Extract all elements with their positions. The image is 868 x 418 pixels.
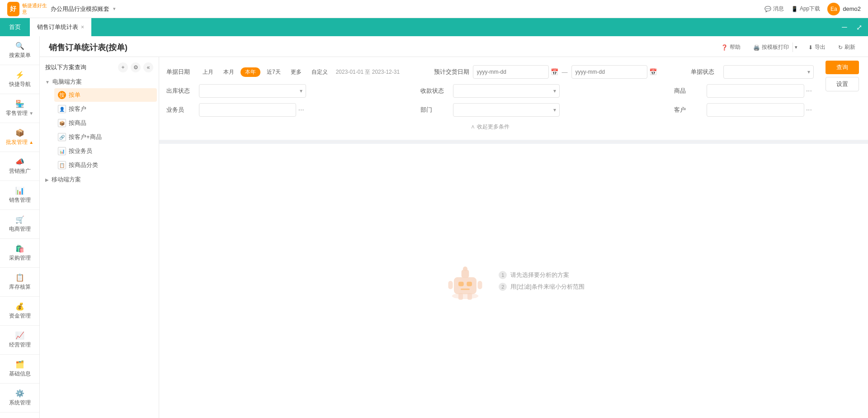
date-calendar-icon-1[interactable]: 📅 [551, 68, 558, 76]
purchase-icon: 🛍️ [2, 244, 38, 253]
status-select[interactable] [723, 65, 814, 79]
goods-input[interactable] [707, 84, 804, 98]
scheme-item-icon-goods-cat: 📋 [58, 161, 66, 169]
print-button[interactable]: 🖨️ 按模板打印 [750, 42, 793, 53]
salesperson-input[interactable] [199, 103, 296, 117]
tab-close-icon[interactable]: × [81, 24, 84, 30]
app-download-button[interactable]: 📱 App下载 [791, 5, 820, 13]
expected-date-start-input[interactable] [473, 65, 549, 79]
tab-minimize-btn[interactable]: ─ [839, 22, 850, 33]
sidebar-item-inventory[interactable]: 📋 库存核算 [0, 268, 39, 297]
sidebar-item-basic[interactable]: 🗂️ 基础信息 [0, 355, 39, 384]
dept-label: 部门 [420, 106, 449, 114]
delivery-select[interactable] [199, 84, 306, 98]
scheme-item-by-customer[interactable]: 👤 按客户 [54, 102, 157, 116]
date-range-display: 2023-01-01 至 2023-12-31 [336, 68, 400, 76]
scheme-item-by-order[interactable]: 按 按单 [54, 88, 157, 102]
refresh-icon: ↻ [838, 44, 843, 51]
app-download-label: App下载 [800, 5, 820, 13]
user-area[interactable]: Ea demo2 [827, 3, 861, 15]
expected-date-start-wrap: 📅 [473, 65, 558, 79]
sidebar: 🔍 搜索菜单 ⚡ 快捷导航 🏪 零售管理 ▼ 📦 批发管理 ▲ 📣 营销推广 📊… [0, 36, 40, 418]
message-button[interactable]: 💬 消息 [764, 5, 784, 13]
sidebar-item-purchase[interactable]: 🛍️ 采购管理 [0, 239, 39, 268]
svg-rect-3 [467, 282, 472, 286]
sidebar-item-ecommerce[interactable]: 🛒 电商管理 [0, 210, 39, 239]
print-button-group: 🖨️ 按模板打印 ▾ [750, 42, 799, 53]
tip-num-1: 1 [499, 271, 507, 279]
salesperson-input-wrap: ··· [199, 103, 306, 117]
avatar: Ea [827, 3, 840, 15]
title-dropdown-icon[interactable]: ▾ [113, 6, 116, 12]
salesperson-dots-btn[interactable]: ··· [296, 106, 306, 114]
filter-row-2: 出库状态 ▾ 收款状态 [166, 81, 814, 100]
sidebar-item-finance[interactable]: 💰 资金管理 [0, 297, 39, 326]
tab-home[interactable]: 首页 [0, 18, 30, 36]
salesperson-label: 业务员 [166, 106, 195, 114]
scheme-add-btn[interactable]: + [118, 62, 128, 72]
date-btn-last-month[interactable]: 上月 [199, 67, 217, 77]
sidebar-item-marketing[interactable]: 📣 营销推广 [0, 152, 39, 181]
payment-select[interactable] [453, 84, 560, 98]
scheme-collapse-btn[interactable]: « [143, 62, 153, 72]
collapse-arrow: ∧ [471, 124, 476, 130]
sidebar-item-operation[interactable]: 📈 经营管理 [0, 326, 39, 355]
scheme-item-by-cust-goods[interactable]: 🔗 按客户+商品 [54, 130, 157, 144]
date-btn-this-month[interactable]: 本月 [220, 67, 238, 77]
date-btn-7days[interactable]: 近7天 [263, 67, 284, 77]
export-button[interactable]: ⬇ 导出 [805, 42, 829, 53]
svg-rect-8 [478, 281, 482, 289]
sidebar-item-sales[interactable]: 📊 销售管理 [0, 181, 39, 210]
tab-maximize-btn[interactable]: ⤢ [854, 22, 864, 33]
scheme-settings-btn[interactable]: ⚙ [131, 62, 141, 72]
empty-state: 1 请先选择要分析的方案 2 用[过滤]条件来缩小分析范围 [159, 144, 868, 418]
customer-input[interactable] [707, 103, 804, 117]
collapse-btn[interactable]: ∧ 收起更多条件 [166, 119, 814, 134]
wholesale-arrow: ▲ [29, 140, 33, 145]
refresh-button[interactable]: ↻ 刷新 [835, 42, 859, 53]
sidebar-item-collab[interactable]: 🤝 企业协同 [0, 413, 39, 418]
sidebar-item-quicknav[interactable]: ⚡ 快捷导航 [0, 65, 39, 94]
scheme-item-label-goods: 按商品 [69, 119, 86, 127]
pc-category-arrow: ▼ [45, 80, 50, 85]
empty-illustration [443, 258, 488, 304]
customer-dots-btn[interactable]: ··· [804, 106, 814, 114]
date-separator: — [562, 69, 568, 76]
sidebar-item-retail[interactable]: 🏪 零售管理 ▼ [0, 94, 39, 123]
date-calendar-icon-2[interactable]: 📅 [649, 68, 657, 76]
scheme-category-pc[interactable]: ▼ 电脑端方案 [40, 76, 159, 88]
scheme-item-by-goods[interactable]: 📦 按商品 [54, 116, 157, 130]
date-btn-this-year[interactable]: 本年 [241, 67, 260, 77]
scheme-panel: 按以下方案查询 + ⚙ « ▼ [40, 57, 159, 418]
scheme-header: 按以下方案查询 + ⚙ « [40, 61, 159, 76]
retail-arrow: ▼ [29, 111, 33, 116]
scheme-item-by-salesperson[interactable]: 📊 按业务员 [54, 144, 157, 158]
right-panel: 单据日期 上月 本月 本年 近7天 更多 自定义 2023-01-01 至 20… [159, 57, 868, 418]
date-btn-custom[interactable]: 自定义 [308, 67, 331, 77]
operation-icon: 📈 [2, 331, 38, 340]
query-button[interactable]: 查询 [826, 61, 859, 74]
date-btn-more[interactable]: 更多 [287, 67, 305, 77]
sidebar-item-system[interactable]: ⚙️ 系统管理 [0, 384, 39, 413]
print-dropdown-arrow[interactable]: ▾ [793, 43, 799, 52]
scheme-item-by-goods-cat[interactable]: 📋 按商品分类 [54, 158, 157, 172]
scheme-item-label-cust-goods: 按客户+商品 [69, 133, 102, 141]
logo-area: 好 畅捷通好生意 [7, 2, 47, 16]
svg-rect-4 [461, 289, 470, 290]
collapse-label: 收起更多条件 [477, 124, 509, 130]
sidebar-item-search[interactable]: 🔍 搜索菜单 [0, 36, 39, 65]
svg-rect-9 [458, 293, 463, 300]
content-divider [159, 142, 868, 142]
scheme-category-mobile[interactable]: ▶ 移动端方案 [40, 174, 159, 185]
setting-button[interactable]: 设置 [826, 77, 859, 91]
help-button[interactable]: ❓ 帮助 [717, 42, 744, 53]
goods-dots-btn[interactable]: ··· [804, 87, 814, 95]
scheme-icon-group: + ⚙ « [118, 62, 153, 72]
payment-select-wrap: ▾ [453, 84, 560, 98]
dept-select[interactable] [453, 103, 560, 117]
scheme-item-label-customer: 按客户 [69, 105, 86, 113]
sidebar-item-wholesale[interactable]: 📦 批发管理 ▲ [0, 123, 39, 152]
tab-active[interactable]: 销售订单统计表 × [30, 18, 91, 36]
expected-date-end-input[interactable] [571, 65, 647, 79]
print-label: 按模板打印 [762, 43, 789, 51]
